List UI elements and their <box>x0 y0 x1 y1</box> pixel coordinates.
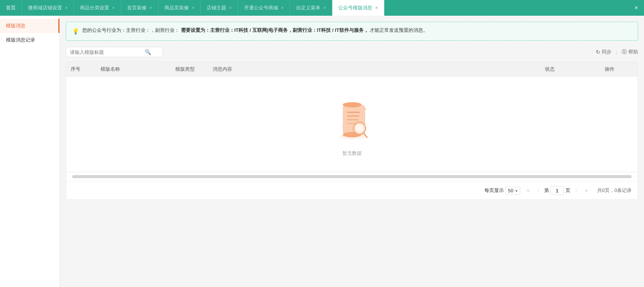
th-seq: 序号 <box>66 62 96 76</box>
tab-close-template-msg[interactable]: × <box>375 5 378 10</box>
prev-page-btn[interactable]: ‹ <box>534 186 543 195</box>
sidebar: 模版消息模版消息记录 <box>0 16 60 287</box>
divider: | <box>616 49 617 55</box>
tab-label: 公众号模版消息 <box>338 4 372 11</box>
sync-icon: ↻ <box>596 49 600 55</box>
tab-open-mall[interactable]: 开通公众号商城× <box>238 0 290 16</box>
tab-bar-close-btn[interactable]: × <box>629 4 644 11</box>
help-button[interactable]: ⓪ 帮助 <box>622 49 638 55</box>
empty-state: ✦ ✦ 暂无数据 <box>66 77 638 172</box>
notice-icon: 💡 <box>72 27 79 36</box>
tab-template-msg[interactable]: 公众号模版消息× <box>332 0 384 16</box>
svg-point-8 <box>356 125 363 132</box>
tab-label: 首页装修 <box>127 4 147 11</box>
notice-banner: 💡 您的公众号行业为：主营行业：，副营行业： 需要设置为：主营行业：IT科技 /… <box>66 22 638 41</box>
tab-label: 店铺主题 <box>207 4 226 11</box>
tab-close-open-mall[interactable]: × <box>281 5 284 10</box>
tab-micro-shop[interactable]: 微商城店铺设置× <box>22 0 74 16</box>
sync-label: 同步 <box>602 49 611 55</box>
content-area: 💡 您的公众号行业为：主营行业：，副营行业： 需要设置为：主营行业：IT科技 /… <box>60 16 644 287</box>
tab-close-theme[interactable]: × <box>229 5 232 10</box>
tab-label: 微商城店铺设置 <box>28 4 62 11</box>
tab-theme[interactable]: 店铺主题× <box>201 0 238 16</box>
tab-close-micro-shop[interactable]: × <box>65 5 68 10</box>
th-name: 模版名称 <box>96 62 171 76</box>
first-page-btn[interactable]: ⊲ <box>523 186 532 195</box>
empty-illustration: ✦ ✦ <box>330 99 375 144</box>
pagination: 每页显示 50 ∨ ⊲ ‹ 第 页 › ⊳ 共0页，0条记录 <box>66 181 638 199</box>
page-number-input[interactable] <box>551 186 564 195</box>
horizontal-scrollbar[interactable] <box>72 175 632 178</box>
th-action: 操作 <box>600 62 638 76</box>
tab-bar: 首页微商城店铺设置×商品分类设置×首页装修×商品页装修×店铺主题×开通公众号商城… <box>0 0 644 16</box>
page-navigation: ⊲ ‹ 第 页 › ⊳ <box>523 186 591 195</box>
tab-home-deco[interactable]: 首页装修× <box>121 0 158 16</box>
data-table: 序号 模版名称 模版类型 消息内容 状态 操作 <box>66 62 638 200</box>
empty-text: 暂无数据 <box>342 150 362 157</box>
tab-home[interactable]: 首页 <box>0 0 22 16</box>
th-status: 状态 <box>540 62 600 76</box>
next-page-btn[interactable]: › <box>572 186 581 195</box>
page-label: 第 <box>544 187 549 194</box>
sidebar-item-template-message[interactable]: 模版消息 <box>0 19 59 33</box>
search-actions: ↻ 同步 | ⓪ 帮助 <box>596 49 638 55</box>
svg-text:✦: ✦ <box>341 125 343 128</box>
tab-label: 首页 <box>6 4 16 11</box>
dropdown-icon: ∨ <box>515 189 518 193</box>
tab-close-category[interactable]: × <box>112 5 115 10</box>
svg-point-1 <box>343 102 361 107</box>
search-bar: 🔍 ↻ 同步 | ⓪ 帮助 <box>66 47 638 57</box>
page-size-select: 每页显示 50 ∨ <box>484 187 520 195</box>
search-input-wrap[interactable]: 🔍 <box>66 47 163 57</box>
tab-label: 商品分类设置 <box>80 4 109 11</box>
table-header: 序号 模版名称 模版类型 消息内容 状态 操作 <box>66 62 638 77</box>
last-page-btn[interactable]: ⊳ <box>582 186 591 195</box>
sidebar-item-template-record[interactable]: 模版消息记录 <box>0 33 59 47</box>
th-content: 消息内容 <box>208 62 540 76</box>
tab-product-deco[interactable]: 商品页装修× <box>158 0 201 16</box>
th-type: 模版类型 <box>171 62 208 76</box>
help-label: 帮助 <box>628 49 638 55</box>
tab-label: 开通公众号商城 <box>244 4 278 11</box>
tab-category[interactable]: 商品分类设置× <box>74 0 121 16</box>
svg-text:✦: ✦ <box>364 107 367 111</box>
page-size-label: 每页显示 <box>484 187 504 194</box>
tab-label: 自定义菜单 <box>296 4 320 11</box>
tab-close-product-deco[interactable]: × <box>192 5 194 10</box>
page-size-dropdown[interactable]: 50 ∨ <box>505 187 520 195</box>
page-suffix: 页 <box>566 187 570 194</box>
total-info: 共0页，0条记录 <box>597 187 632 194</box>
notice-text: 您的公众号行业为：主营行业：，副营行业： 需要设置为：主营行业：IT科技 / 互… <box>82 27 428 34</box>
help-icon: ⓪ <box>622 49 627 55</box>
tab-close-home-deco[interactable]: × <box>150 5 152 10</box>
notice-highlight: 需要设置为：主营行业：IT科技 / 互联网|电子商务，副营行业：IT科技 / I… <box>181 27 369 33</box>
search-input[interactable] <box>70 49 145 55</box>
tab-close-custom-menu[interactable]: × <box>323 5 326 10</box>
search-icon[interactable]: 🔍 <box>145 49 151 55</box>
main-layout: 模版消息模版消息记录 💡 您的公众号行业为：主营行业：，副营行业： 需要设置为：… <box>0 16 644 287</box>
sync-button[interactable]: ↻ 同步 <box>596 49 611 55</box>
tab-label: 商品页装修 <box>164 4 189 11</box>
tab-custom-menu[interactable]: 自定义菜单× <box>290 0 332 16</box>
scrollbar-area[interactable] <box>66 172 638 181</box>
page-size-value: 50 <box>508 188 513 193</box>
